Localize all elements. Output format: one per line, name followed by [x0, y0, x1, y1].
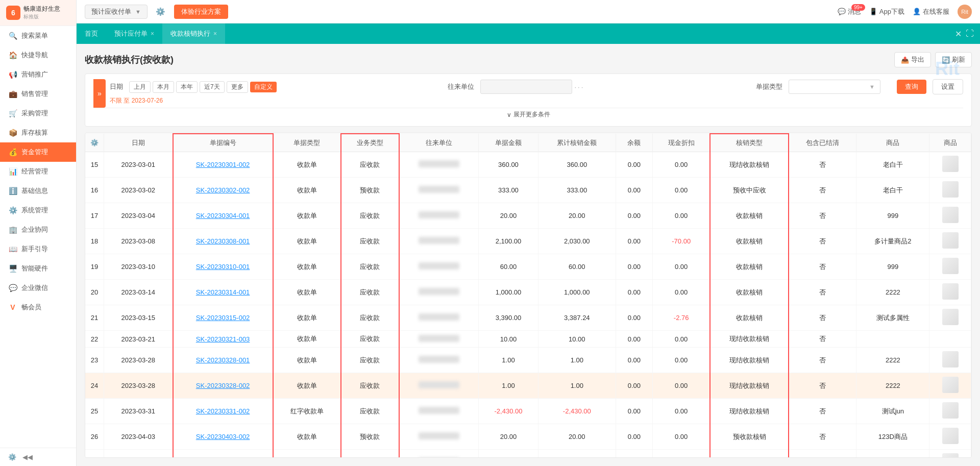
page-actions: 📤 导出 🔄 刷新: [894, 52, 972, 67]
cell-verified: 1.00: [538, 348, 616, 373]
query-button[interactable]: 查询: [897, 80, 926, 94]
date-btn-more[interactable]: 更多: [227, 81, 248, 93]
cell-discount: 0.00: [653, 373, 710, 399]
app-download-button[interactable]: 📱 App下载: [869, 7, 904, 16]
chevron-down-icon: ▼: [135, 9, 141, 15]
col-settings[interactable]: ⚙️: [85, 134, 104, 152]
messages-button[interactable]: 💬 消息 99+: [838, 7, 861, 16]
cell-product: 2222: [856, 280, 929, 305]
sidebar-item-corp[interactable]: 🏢 企业协同: [0, 220, 76, 239]
date-btn-this-year[interactable]: 本年: [176, 81, 198, 93]
doc-no-link[interactable]: SK-20230301-002: [196, 161, 250, 168]
col-doc-no: 单据编号: [173, 134, 273, 152]
date-btn-7days[interactable]: 近7天: [200, 81, 225, 93]
cell-balance: 0.00: [616, 424, 652, 450]
doc-no-link[interactable]: SK-20230331-002: [196, 407, 250, 415]
doc-no-link[interactable]: SK-20230328-001: [196, 356, 250, 364]
settings-gear-icon[interactable]: ⚙️: [154, 5, 168, 19]
doc-no-link[interactable]: SK-20230314-001: [196, 288, 250, 296]
sidebar-item-basic[interactable]: ℹ️ 基础信息: [0, 181, 76, 201]
cell-verify-type: 现结收款核销: [710, 348, 789, 373]
cell-discount: 0.00: [653, 348, 710, 373]
cell-doc-no: SK-20230302-002: [173, 178, 273, 203]
table-row: 18 2023-03-08 SK-20230308-001 收款单 应收款 2,…: [85, 229, 971, 254]
sidebar-item-wechat[interactable]: 💬 企业微信: [0, 278, 76, 298]
doc-no-link[interactable]: SK-20230321-003: [196, 335, 250, 343]
cell-partner: [399, 229, 479, 254]
sidebar-item-inventory[interactable]: 📦 库存核算: [0, 123, 76, 142]
expand-arrow[interactable]: »: [93, 79, 106, 108]
close-window-icon[interactable]: ✕: [955, 29, 962, 39]
sidebar-settings-icon[interactable]: ⚙️: [8, 453, 16, 461]
cell-discount: 0.00: [653, 450, 710, 458]
cell-balance: 0.00: [616, 203, 652, 229]
table-row: 19 2023-03-10 SK-20230310-001 收款单 应收款 60…: [85, 254, 971, 280]
home-icon: 🏠: [8, 51, 17, 59]
sidebar-item-quick-nav[interactable]: 🏠 快捷导航: [0, 45, 76, 65]
cell-balance: 0.00: [616, 399, 652, 424]
doc-no-link[interactable]: SK-20230403-002: [196, 433, 250, 440]
cell-included: 否: [789, 229, 856, 254]
cell-balance: 0.00: [616, 280, 652, 305]
export-button[interactable]: 📤 导出: [894, 52, 931, 67]
app-label: App下载: [879, 7, 904, 16]
date-btn-custom[interactable]: 自定义: [250, 82, 277, 92]
doc-type-select[interactable]: ▼: [789, 80, 880, 94]
cell-product-img: [929, 399, 971, 424]
cell-balance: 0.00: [616, 348, 652, 373]
avatar[interactable]: Rit: [958, 5, 972, 19]
breadcrumb-select[interactable]: 预计应收付单 ▼: [85, 5, 148, 19]
cell-date: 2023-03-08: [104, 229, 173, 254]
doc-no-link[interactable]: SK-20230328-002: [196, 382, 250, 389]
sidebar-item-purchase[interactable]: 🛒 采购管理: [0, 104, 76, 123]
cell-amount: 1.00: [479, 373, 538, 399]
doc-no-link[interactable]: SK-20230315-002: [196, 314, 250, 322]
date-btn-this-month[interactable]: 本月: [153, 81, 174, 93]
filter-settings-button[interactable]: 设置: [933, 79, 963, 94]
cell-verify-type: 收款核销: [710, 203, 789, 229]
sidebar-item-finance[interactable]: 💰 资金管理: [0, 142, 76, 162]
refresh-button[interactable]: 🔄 刷新: [935, 52, 972, 67]
cell-verify-type: 收款核销: [710, 305, 789, 331]
sidebar-item-marketing[interactable]: 📢 营销推广: [0, 65, 76, 84]
sidebar-item-hardware[interactable]: 🖥️ 智能硬件: [0, 259, 76, 278]
cell-doc-no: SK-20230304-001: [173, 203, 273, 229]
partner-input[interactable]: [480, 80, 572, 94]
cell-biz-type: 预收款: [341, 178, 399, 203]
sidebar-item-system[interactable]: ⚙️ 系统管理: [0, 201, 76, 220]
sidebar-item-operations[interactable]: 📊 经营管理: [0, 162, 76, 181]
doc-no-link[interactable]: SK-20230310-001: [196, 263, 250, 271]
doc-no-link[interactable]: SK-20230302-002: [196, 186, 250, 194]
cell-product: 多计量商品2: [856, 229, 929, 254]
cell-discount: -70.00: [653, 229, 710, 254]
cell-verify-type: 预收款核销: [710, 424, 789, 450]
tab-home[interactable]: 首页: [77, 23, 106, 44]
expand-more-btn[interactable]: ∨ 展开更多条件: [93, 108, 963, 121]
inventory-icon: 📦: [8, 129, 17, 137]
sidebar-item-sales[interactable]: 💼 销售管理: [0, 84, 76, 104]
sidebar-item-search[interactable]: 🔍 搜索菜单: [0, 26, 76, 45]
cell-biz-type: 应收款: [341, 229, 399, 254]
sidebar-item-guide[interactable]: 📖 新手引导: [0, 239, 76, 259]
doc-no-link[interactable]: SK-20230308-001: [196, 237, 250, 245]
sidebar-item-member[interactable]: V 畅会员: [0, 298, 76, 317]
cell-date: 2023-04-08: [104, 450, 173, 458]
cell-product: 衣服00001: [856, 450, 929, 458]
cell-biz-type: 应收款: [341, 280, 399, 305]
cell-product-img: [929, 229, 971, 254]
col-date: 日期: [104, 134, 173, 152]
tab-prepay[interactable]: 预计应付单 ×: [106, 23, 162, 44]
online-service-button[interactable]: 👤 在线客服: [913, 7, 949, 16]
sidebar-collapse-icon[interactable]: ◀◀: [22, 453, 33, 461]
tab-prepay-close[interactable]: ×: [151, 30, 154, 37]
solution-button[interactable]: 体验行业方案: [174, 5, 228, 19]
cell-balance: 0.00: [616, 305, 652, 331]
message-badge: 99+: [851, 4, 865, 11]
date-btn-last-month[interactable]: 上月: [129, 81, 151, 93]
cell-product-img: [929, 305, 971, 331]
maximize-icon[interactable]: ⛶: [966, 29, 974, 38]
doc-no-link[interactable]: SK-20230304-001: [196, 212, 250, 219]
tab-collection-close[interactable]: ×: [213, 30, 217, 37]
tab-collection[interactable]: 收款核销执行 ×: [162, 23, 225, 44]
cell-verified: -2,430.00: [538, 399, 616, 424]
